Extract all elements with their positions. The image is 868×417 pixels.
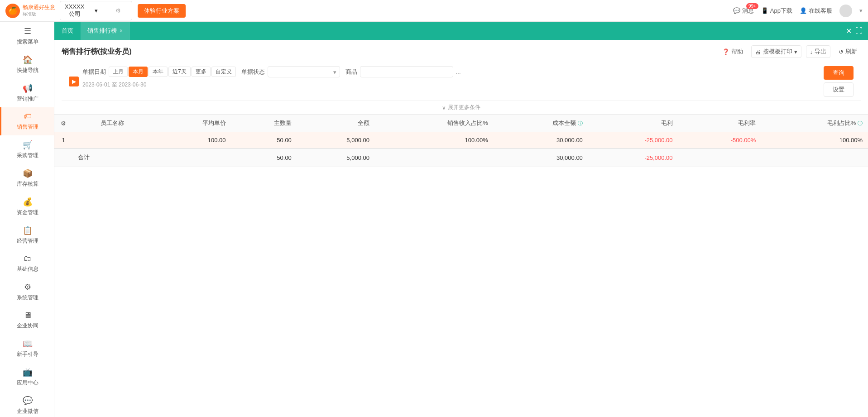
table-footer: 合计 50.00 5,000.00 30,000.00 -25,000.00	[54, 149, 868, 167]
tab-close-btn[interactable]: ×	[120, 28, 123, 34]
sales-icon: 🏷	[24, 112, 32, 121]
avatar[interactable]	[839, 5, 852, 17]
app-download-btn[interactable]: 📱 App下载	[761, 7, 792, 15]
cell-profit-pct: 100.00%	[761, 132, 868, 149]
support-icon: 👤	[800, 7, 807, 14]
filter-right: 查询 设置	[818, 66, 854, 97]
sidebar-item-apps[interactable]: 📺 应用中心	[0, 363, 54, 391]
sidebar-item-sales[interactable]: 🏷 销售管理	[0, 107, 54, 135]
goods-more-icon[interactable]: ...	[456, 68, 461, 75]
th-amount: 全额	[297, 115, 375, 132]
sidebar-item-finance[interactable]: 💰 资金管理	[0, 192, 54, 221]
goods-input[interactable]	[360, 66, 453, 77]
sidebar-item-collab[interactable]: 🖥 企业协同	[0, 306, 54, 334]
sidebar-item-wechat[interactable]: 💬 企业微信	[0, 391, 54, 417]
export-icon: ↓	[810, 48, 813, 55]
sidebar-label-inventory: 库存核算	[17, 180, 38, 188]
th-cost: 成本全额 ⓘ	[494, 115, 588, 132]
status-select[interactable]	[268, 66, 340, 77]
export-btn[interactable]: ↓ 导出	[806, 45, 831, 58]
table-body: 1 100.00 50.00 5,000.00 100.00% 30,000.0…	[54, 132, 868, 149]
sidebar-label-sales: 销售管理	[17, 123, 38, 131]
footer-profit-pct	[761, 149, 868, 167]
content-area: 首页 销售排行榜 × ✕ ⛶ 销售排行榜(按业务员) ❓ 帮助	[54, 22, 868, 417]
filter-top-row: 单据日期 上月 本月 本年 近7天 更多 自定义	[82, 66, 818, 77]
table-row: 1 100.00 50.00 5,000.00 100.00% 30,000.0…	[54, 132, 868, 149]
sidebar-item-marketing[interactable]: 📢 营销推广	[0, 79, 54, 107]
apps-icon: 📺	[23, 367, 33, 377]
company-selector[interactable]: XXXXX公司 ▾ ⚙	[60, 1, 132, 20]
sidebar-item-system[interactable]: ⚙ 系统管理	[0, 278, 54, 306]
help-btn[interactable]: ❓ 帮助	[719, 46, 747, 58]
th-name: 员工名称	[72, 115, 152, 132]
settings-btn[interactable]: 设置	[824, 82, 854, 97]
help-label: 帮助	[731, 48, 743, 56]
period-7days-btn[interactable]: 近7天	[168, 67, 191, 77]
page-header: 销售排行榜(按业务员) ❓ 帮助 🖨 按模板打印 ▾ ↓	[54, 40, 868, 115]
refresh-label: 刷新	[845, 48, 857, 56]
th-profit: 毛利	[588, 115, 678, 132]
sidebar-item-inventory[interactable]: 📦 库存核算	[0, 164, 54, 192]
sidebar-item-management[interactable]: 📋 经营管理	[0, 221, 54, 249]
header-right: 💬 消息 99+ 📱 App下载 👤 在线客服 ▾	[733, 5, 863, 17]
refresh-icon: ↺	[839, 48, 844, 55]
expand-down-icon: ∨	[442, 105, 446, 111]
goods-filter-group: 商品 ...	[345, 66, 461, 77]
company-dropdown-icon: ▾	[87, 7, 105, 14]
print-icon: 🖨	[755, 48, 761, 55]
period-more-btn[interactable]: 更多	[192, 67, 211, 77]
cell-main-qty: 50.00	[231, 132, 297, 149]
logo-text-block: 畅康通好生意 标准版	[23, 4, 55, 18]
th-avg-price: 平均单价	[152, 115, 231, 132]
footer-empty-1	[54, 149, 72, 167]
tab-bar-right: ✕ ⛶	[846, 27, 868, 35]
date-filter-label: 单据日期	[82, 68, 106, 76]
print-btn[interactable]: 🖨 按模板打印 ▾	[751, 45, 801, 58]
footer-profit-rate	[678, 149, 762, 167]
status-filter-group: 单据状态	[241, 66, 340, 77]
purchase-icon: 🛒	[23, 140, 33, 150]
query-btn[interactable]: 查询	[824, 66, 854, 80]
app-download-label: App下载	[770, 7, 792, 15]
page-content: 销售排行榜(按业务员) ❓ 帮助 🖨 按模板打印 ▾ ↓	[54, 40, 868, 417]
sidebar-label-purchase: 采购管理	[17, 152, 38, 159]
tab-close-window-icon[interactable]: ✕	[846, 27, 852, 35]
goods-filter-label: 商品	[345, 68, 357, 76]
expand-more-btn[interactable]: ∨ 展开更多条件	[442, 104, 480, 111]
period-custom-btn[interactable]: 自定义	[211, 67, 236, 77]
refresh-btn[interactable]: ↺ 刷新	[835, 46, 861, 58]
sidebar-item-search[interactable]: ☰ 搜索菜单	[0, 22, 54, 50]
sidebar: ☰ 搜索菜单 🏠 快捷导航 📢 营销推广 🏷 销售管理 🛒 采购管理 📦 库存核…	[0, 22, 54, 417]
top-header: 🍊 畅康通好生意 标准版 XXXXX公司 ▾ ⚙ 体验行业方案 💬 消息 99+…	[0, 0, 868, 22]
management-icon: 📋	[23, 225, 33, 235]
message-btn[interactable]: 💬 消息 99+	[733, 7, 754, 15]
period-current-btn[interactable]: 本月	[129, 67, 148, 77]
cell-profit: -25,000.00	[588, 132, 678, 149]
tab-home[interactable]: 首页	[54, 22, 81, 40]
experience-btn[interactable]: 体验行业方案	[138, 4, 186, 18]
sidebar-item-purchase[interactable]: 🛒 采购管理	[0, 135, 54, 164]
sidebar-label-marketing: 营销推广	[17, 95, 38, 103]
sidebar-item-nav[interactable]: 🏠 快捷导航	[0, 50, 54, 79]
sidebar-item-guide[interactable]: 📖 新手引导	[0, 334, 54, 363]
sales-table: ⚙ 员工名称 平均单价 主数量 全额 销售收入占比% 成本全额 ⓘ 毛利 毛利率…	[54, 115, 868, 167]
period-year-btn[interactable]: 本年	[149, 67, 168, 77]
filter-left: 单据日期 上月 本月 本年 近7天 更多 自定义	[82, 66, 818, 89]
th-settings[interactable]: ⚙	[54, 115, 72, 132]
tab-sales-ranking[interactable]: 销售排行榜 ×	[81, 22, 129, 40]
collab-icon: 🖥	[24, 311, 32, 320]
sidebar-label-guide: 新手引导	[17, 350, 38, 358]
sidebar-label-apps: 应用中心	[17, 379, 38, 387]
sidebar-item-basic[interactable]: 🗂 基础信息	[0, 249, 54, 278]
period-prev-btn[interactable]: 上月	[109, 67, 128, 77]
sidebar-label-system: 系统管理	[17, 294, 38, 302]
settings-icon[interactable]: ⚙	[110, 7, 127, 14]
print-label: 按模板打印	[763, 48, 792, 56]
cell-profit-rate: -500.00%	[678, 132, 762, 149]
main-layout: ☰ 搜索菜单 🏠 快捷导航 📢 营销推广 🏷 销售管理 🛒 采购管理 📦 库存核…	[0, 22, 868, 417]
tab-fullscreen-icon[interactable]: ⛶	[855, 27, 863, 35]
online-support-btn[interactable]: 👤 在线客服	[800, 7, 832, 15]
sidebar-label-collab: 企业协同	[17, 322, 38, 330]
filter-collapse-btn[interactable]: ▶	[69, 77, 79, 86]
cell-cost: 30,000.00	[494, 132, 588, 149]
